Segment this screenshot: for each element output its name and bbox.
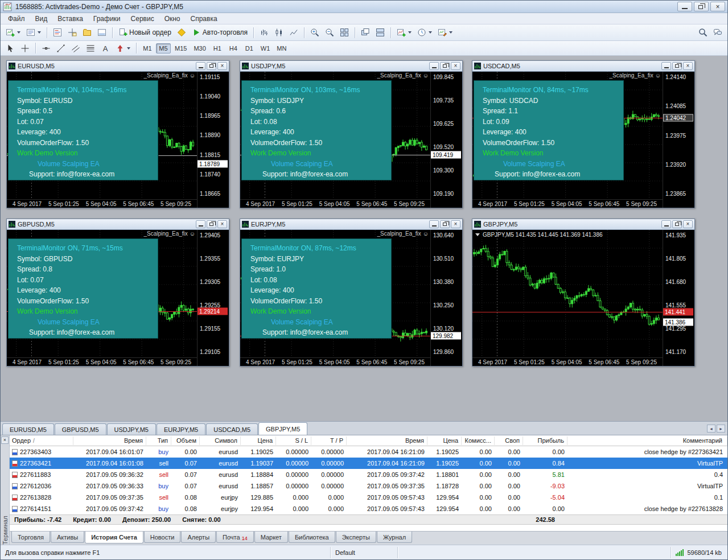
ea-name-tag[interactable]: _Scalping_Ea_fix☺: [144, 72, 196, 79]
periods-button[interactable]: [414, 26, 435, 39]
terminal-tab[interactable]: Алерты: [181, 532, 216, 543]
chart-minimize-button[interactable]: [196, 220, 205, 228]
templates-button[interactable]: [435, 26, 455, 39]
terminal-tab[interactable]: Библиотека: [289, 532, 335, 543]
chart-close-button[interactable]: ×: [217, 62, 227, 70]
chart-close-button[interactable]: ×: [217, 220, 227, 228]
new-order-button[interactable]: Новый ордер: [116, 26, 174, 39]
cursor-tool-button[interactable]: [3, 42, 18, 55]
ohlc-readout[interactable]: GBPJPY,M5 141.435 141.445 141.369 141.38…: [475, 232, 603, 238]
terminal-tab[interactable]: Почта 14: [216, 532, 254, 543]
column-header-open-time[interactable]: Время: [73, 437, 146, 445]
profiles-button[interactable]: [23, 26, 44, 39]
tile-horizontal-button[interactable]: [373, 26, 388, 39]
column-header-type[interactable]: Тип: [146, 437, 171, 445]
zoom-out-button[interactable]: [322, 26, 337, 39]
chart-restore-button[interactable]: [207, 220, 216, 228]
terminal-tab[interactable]: Активы: [51, 532, 84, 543]
chart-close-button[interactable]: ×: [451, 220, 460, 228]
terminal-close-button[interactable]: ×: [1, 437, 9, 444]
text-tool-button[interactable]: A: [98, 42, 113, 55]
chart-restore-button[interactable]: [207, 62, 216, 70]
autotrading-button[interactable]: Авто-торговля: [189, 26, 250, 39]
indicators-button[interactable]: [394, 26, 414, 39]
chart-plot[interactable]: _Scalping_Ea_fix☺ TerminalMonitor ON, 84…: [472, 72, 663, 199]
column-header-volume[interactable]: Объем: [171, 437, 200, 445]
column-header-swap[interactable]: Своп: [495, 437, 523, 445]
chart-tab[interactable]: GBPUSD,M5: [55, 423, 106, 435]
chart-close-button[interactable]: ×: [683, 220, 693, 228]
chart-window-gbpusd[interactable]: GBPUSD,M5 × _Scalping_Ea_fix☺ TerminalMo…: [6, 219, 229, 367]
chart-close-button[interactable]: ×: [683, 62, 693, 70]
chart-window-gbpjpy[interactable]: GBPJPY,M5 × GBPJPY,M5 141.435 141.445 14…: [472, 219, 695, 367]
candlestick-mode-button[interactable]: [272, 26, 286, 39]
chart-tab[interactable]: EURJPY,M5: [157, 423, 205, 435]
timeframe-button[interactable]: MN: [274, 43, 289, 53]
ea-name-tag[interactable]: _Scalping_Ea_fix☺: [144, 230, 196, 237]
chart-window-usdjpy[interactable]: USDJPY,M5 × _Scalping_Ea_fix☺ TerminalMo…: [240, 60, 463, 208]
tab-scroll-right-button[interactable]: ►: [717, 425, 725, 433]
column-header-tp[interactable]: T / P: [311, 437, 347, 445]
menu-item[interactable]: Вид: [30, 14, 53, 24]
timeframe-button[interactable]: D1: [242, 43, 257, 53]
terminal-tab[interactable]: Маркет: [254, 532, 288, 543]
chart-minimize-button[interactable]: [196, 62, 205, 70]
chart-window-eurusd[interactable]: EURUSD,M5 × _Scalping_Ea_fix☺ TerminalMo…: [6, 60, 229, 208]
chart-restore-button[interactable]: [672, 220, 682, 228]
history-row[interactable]: 227613828 2017.09.05 09:37:35 sell 0.08 …: [10, 492, 727, 503]
history-row[interactable]: 227611883 2017.09.05 09:36:32 sell 0.07 …: [10, 469, 727, 480]
tab-scroll-left-button[interactable]: ◄: [707, 425, 715, 433]
horizontal-line-tool-button[interactable]: [39, 42, 54, 55]
column-header-order[interactable]: Ордер/: [10, 437, 73, 445]
chart-titlebar[interactable]: USDJPY,M5 ×: [240, 61, 462, 72]
new-chart-button[interactable]: [3, 26, 23, 39]
chart-plot[interactable]: _Scalping_Ea_fix☺ TerminalMonitor ON, 10…: [240, 72, 430, 199]
column-header-close-price[interactable]: Цена: [427, 437, 462, 445]
history-row[interactable]: 227614151 2017.09.05 09:37:42 buy 0.08 e…: [10, 503, 727, 514]
column-header-symbol[interactable]: Символ: [200, 437, 241, 445]
trendline-tool-button[interactable]: [54, 42, 68, 55]
column-header-commission[interactable]: Комисс...: [462, 437, 495, 445]
timeframe-button[interactable]: H1: [210, 43, 225, 53]
community-chat-button[interactable]: [710, 26, 725, 39]
chart-titlebar[interactable]: EURJPY,M5 ×: [240, 219, 462, 230]
channel-tool-button[interactable]: [68, 42, 83, 55]
chart-close-button[interactable]: ×: [451, 62, 460, 70]
menu-item[interactable]: Окно: [159, 14, 186, 24]
menu-item[interactable]: Вставка: [52, 14, 88, 24]
fibonacci-tool-button[interactable]: [83, 42, 98, 55]
timeframe-button[interactable]: W1: [258, 43, 273, 53]
chart-plot[interactable]: _Scalping_Ea_fix☺ TerminalMonitor ON, 71…: [7, 230, 197, 357]
chart-window-usdcad[interactable]: USDCAD,M5 × _Scalping_Ea_fix☺ TerminalMo…: [472, 60, 695, 208]
timeframe-button[interactable]: M5: [156, 43, 171, 53]
timeframe-button[interactable]: M1: [140, 43, 155, 53]
chart-plot[interactable]: _Scalping_Ea_fix☺ TerminalMonitor ON, 10…: [7, 72, 197, 199]
terminal-tab[interactable]: Новости: [144, 532, 181, 543]
crosshair-tool-button[interactable]: [18, 42, 32, 55]
chart-tab[interactable]: GBPJPY,M5: [258, 422, 307, 435]
chart-minimize-button[interactable]: [429, 220, 439, 228]
menu-item[interactable]: Графики: [88, 14, 126, 24]
column-header-open-price[interactable]: Цена: [241, 437, 276, 445]
chart-window-eurjpy[interactable]: EURJPY,M5 × _Scalping_Ea_fix☺ TerminalMo…: [240, 219, 463, 367]
market-watch-button[interactable]: [50, 26, 65, 39]
menu-item[interactable]: Файл: [3, 14, 30, 24]
column-header-comment[interactable]: Комментарий: [567, 437, 727, 445]
chart-restore-button[interactable]: [672, 62, 682, 70]
terminal-panel-button[interactable]: [94, 26, 109, 39]
ea-name-tag[interactable]: _Scalping_Ea_fix☺: [377, 72, 429, 79]
bar-chart-mode-button[interactable]: [257, 26, 272, 39]
chart-minimize-button[interactable]: [429, 62, 439, 70]
chart-titlebar[interactable]: GBPJPY,M5 ×: [472, 219, 694, 230]
history-row[interactable]: 227612036 2017.09.05 09:36:33 buy 0.07 e…: [10, 480, 727, 492]
chart-tab[interactable]: EURUSD,M5: [2, 423, 54, 435]
tile-windows-button[interactable]: [337, 26, 352, 39]
ea-name-tag[interactable]: _Scalping_Ea_fix☺: [377, 230, 429, 237]
chart-restore-button[interactable]: [440, 62, 450, 70]
column-header-profit[interactable]: Прибыль: [523, 437, 567, 445]
window-minimize-button[interactable]: [677, 2, 692, 11]
status-profile[interactable]: Default: [331, 547, 398, 558]
zoom-in-button[interactable]: [307, 26, 322, 39]
cascade-windows-button[interactable]: [358, 26, 373, 39]
chart-titlebar[interactable]: USDCAD,M5 ×: [472, 61, 694, 72]
